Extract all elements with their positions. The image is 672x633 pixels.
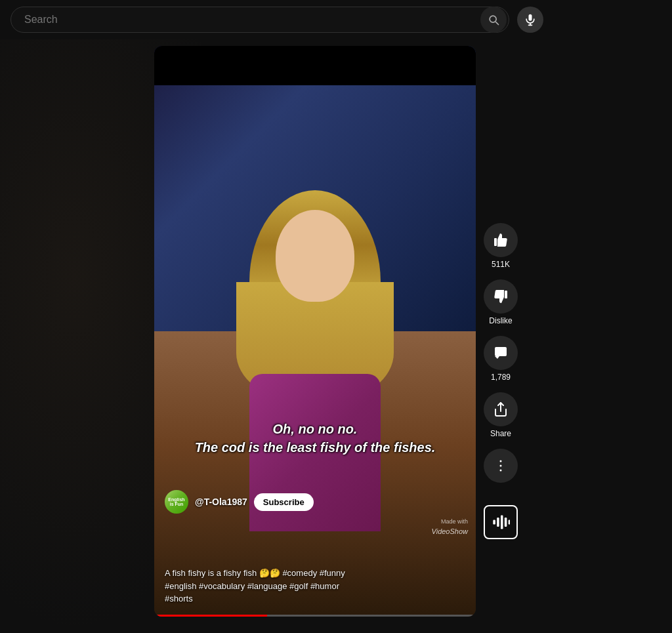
action-sidebar: 511K Dislike 1,789 Share — [476, 39, 518, 539]
svg-point-7 — [500, 460, 502, 462]
dislike-label: Dislike — [489, 316, 512, 325]
svg-rect-3 — [494, 238, 497, 246]
watermark: Made with VideoShow — [432, 518, 468, 537]
description-overlay: A fish fishy is a fishy fish 🤔🤔 #comedy … — [165, 567, 465, 605]
share-icon — [493, 401, 509, 417]
watermark-line1: Made with — [432, 518, 468, 525]
sound-wave-icon — [492, 513, 510, 531]
channel-overlay: Englishis Fun @T-Ola1987 Subscribe — [165, 490, 465, 514]
like-button[interactable] — [484, 223, 518, 257]
svg-rect-14 — [509, 520, 510, 525]
sound-button[interactable] — [484, 505, 518, 539]
svg-point-8 — [500, 465, 502, 467]
video-background: Oh, no no no. The cod is the least fishy… — [154, 46, 476, 617]
content-area: Oh, no no no. The cod is the least fishy… — [0, 39, 672, 633]
mic-button[interactable] — [517, 7, 543, 33]
comments-count: 1,789 — [491, 373, 511, 382]
svg-rect-0 — [529, 14, 532, 21]
mic-icon — [524, 13, 537, 26]
comment-icon — [493, 345, 509, 361]
watermark-brand: VideoShow — [432, 527, 468, 535]
comments-button[interactable] — [484, 336, 518, 370]
dislike-button[interactable] — [484, 279, 518, 314]
subscribe-button[interactable]: Subscribe — [254, 493, 314, 511]
progress-fill — [154, 615, 267, 617]
svg-rect-5 — [495, 347, 507, 356]
search-container — [10, 7, 509, 33]
progress-bar[interactable] — [154, 615, 476, 617]
channel-avatar: Englishis Fun — [165, 490, 188, 514]
search-input[interactable] — [10, 7, 509, 33]
more-dots-icon — [493, 458, 509, 474]
svg-point-9 — [500, 470, 502, 472]
top-bar — [0, 0, 672, 39]
share-button[interactable] — [484, 392, 518, 426]
subtitle-overlay: Oh, no no no. The cod is the least fishy… — [154, 420, 476, 457]
search-icon — [487, 13, 500, 26]
video-player[interactable]: Oh, no no no. The cod is the least fishy… — [154, 46, 476, 617]
subtitle-text: Oh, no no no. The cod is the least fishy… — [174, 420, 456, 457]
thumbs-up-icon — [493, 232, 509, 248]
svg-rect-12 — [501, 516, 503, 529]
svg-rect-10 — [493, 520, 495, 525]
svg-rect-4 — [505, 291, 507, 298]
share-label: Share — [490, 429, 511, 438]
description-text: A fish fishy is a fishy fish 🤔🤔 #comedy … — [165, 567, 465, 605]
svg-rect-13 — [505, 518, 507, 527]
face — [276, 210, 354, 302]
person-figure — [230, 190, 400, 531]
channel-name: @T-Ola1987 — [195, 497, 247, 507]
like-count: 511K — [492, 260, 510, 269]
video-top-black — [154, 46, 476, 85]
search-button[interactable] — [480, 7, 507, 33]
svg-rect-11 — [497, 518, 499, 527]
thumbs-down-icon — [493, 289, 509, 304]
video-scene — [154, 46, 476, 617]
more-button[interactable] — [484, 449, 518, 483]
